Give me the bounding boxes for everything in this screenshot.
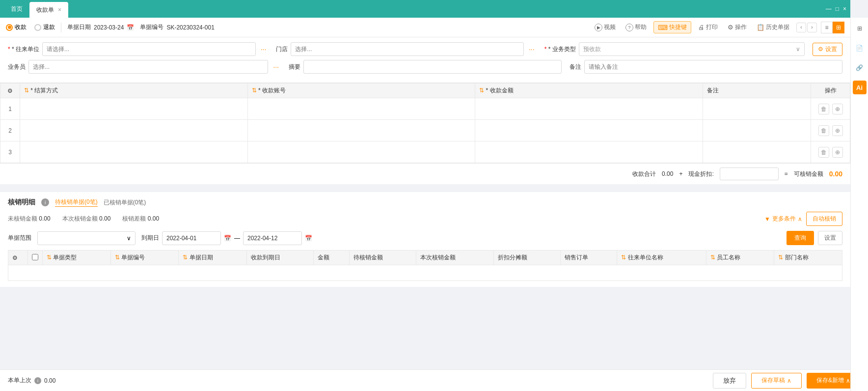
maximize-btn[interactable]: □ xyxy=(836,5,839,12)
nav-prev[interactable]: ‹ xyxy=(796,23,806,32)
footer-buttons: 放弃 保存草稿 ∧ 保存&新增 ∧ xyxy=(713,373,860,389)
tab-current[interactable]: 收款单 × xyxy=(29,2,68,18)
settings-button[interactable]: ⚙ 设置 xyxy=(813,43,842,56)
row-2-delete-icon[interactable]: 🗑 xyxy=(818,125,829,136)
calendar-from-icon[interactable]: 📅 xyxy=(224,235,231,242)
tab-close-icon[interactable]: × xyxy=(58,6,61,13)
col-settings-header[interactable]: ⚙ xyxy=(0,84,20,98)
store-more-btn[interactable]: ··· xyxy=(527,45,537,53)
row-2-copy-icon[interactable]: ⊕ xyxy=(832,125,843,136)
row-1-account[interactable] xyxy=(247,98,475,120)
video-btn[interactable]: ▶ 视频 xyxy=(592,22,619,33)
bottom-table: ⚙ ⇅ 单据类型 ⇅ 单据编号 xyxy=(8,250,842,281)
row-3-settlement[interactable] xyxy=(20,141,248,163)
filter-right-group: ▼ 更多条件 ∧ 自动核销 xyxy=(764,212,842,226)
calendar-icon[interactable]: 📅 xyxy=(127,24,134,31)
auto-verify-btn[interactable]: 自动核销 xyxy=(806,212,842,226)
number-field: 单据编号 SK-20230324-001 xyxy=(140,23,214,31)
history-btn[interactable]: 📋 历史单据 xyxy=(754,22,792,33)
store-input[interactable] xyxy=(291,42,524,56)
row-3-account[interactable] xyxy=(247,141,475,163)
row-3-delete-icon[interactable]: 🗑 xyxy=(818,147,829,158)
col-discount-header: 折扣分摊额 xyxy=(493,251,560,265)
operation-btn[interactable]: ⚙ 操作 xyxy=(725,22,750,33)
done-tab[interactable]: 已核销单据(0笔) xyxy=(104,198,146,207)
minimize-btn[interactable]: — xyxy=(826,5,832,12)
salesperson-more-btn[interactable]: ··· xyxy=(271,63,281,71)
sidebar-icon-2[interactable]: 📄 xyxy=(853,41,867,55)
row-1-settlement[interactable] xyxy=(20,98,248,120)
summary-input[interactable] xyxy=(303,60,562,74)
row-2-remark[interactable] xyxy=(703,120,811,141)
sidebar-icon-1[interactable]: ⊞ xyxy=(853,22,867,35)
business-type-select[interactable]: 预收款 ∨ xyxy=(579,42,805,56)
col-settings-2[interactable]: ⚙ xyxy=(8,251,28,265)
filter-icon: ▼ xyxy=(764,216,770,223)
info-circle-icon[interactable]: i xyxy=(34,377,41,384)
col-sales-order-header: 销售订单 xyxy=(561,251,617,265)
equals-sign: = xyxy=(785,170,788,177)
draft-btn[interactable]: 保存草稿 ∧ xyxy=(751,373,802,389)
bottom-settings-icon: ⚙ xyxy=(12,254,18,261)
row-2-settlement[interactable] xyxy=(20,120,248,141)
col-checkbox[interactable] xyxy=(28,251,43,265)
date-from-input[interactable] xyxy=(162,231,221,245)
help-icon: ? xyxy=(625,24,633,31)
discount-input[interactable] xyxy=(720,168,779,180)
summary-field: 摘要 xyxy=(289,60,562,74)
refund-radio[interactable]: 退款 xyxy=(34,23,55,31)
form-area: * 往来单位 ··· 门店 ··· * 业务类型 预收款 ∨ ⚙ 设置 xyxy=(0,37,850,83)
col-settlement-header: ⇅ * 结算方式 xyxy=(20,84,248,98)
shortcut-btn[interactable]: ⌨ 快捷键 xyxy=(653,21,691,33)
business-type-value: 预收款 xyxy=(583,45,794,54)
current-stat: 本次核销金额 0.00 xyxy=(62,215,111,223)
select-all-checkbox[interactable] xyxy=(32,254,38,260)
date-label: 单据日期 xyxy=(67,23,91,31)
salesperson-input[interactable] xyxy=(28,60,268,74)
salesperson-field: 业务员 ··· xyxy=(8,60,281,74)
grid-view-btn[interactable]: ⊞ xyxy=(833,22,844,33)
row-3-remark[interactable] xyxy=(703,141,811,163)
store-field: 门店 ··· xyxy=(276,42,536,56)
query-btn[interactable]: 查询 xyxy=(787,231,814,245)
sidebar-icon-3[interactable]: 🔗 xyxy=(853,61,867,75)
row-2-amount[interactable] xyxy=(475,120,703,141)
help-btn[interactable]: ? 帮助 xyxy=(623,22,650,33)
counterpart-more-btn[interactable]: ··· xyxy=(259,45,269,53)
row-2-account[interactable] xyxy=(247,120,475,141)
right-sidebar: ⊞ 📄 🔗 Ai xyxy=(850,18,868,391)
row-1-remark[interactable] xyxy=(703,98,811,120)
plus-sign: + xyxy=(679,170,682,177)
verify-info-icon[interactable]: i xyxy=(41,198,49,206)
remark-label: 备注 xyxy=(570,63,581,71)
row-1-amount[interactable] xyxy=(475,98,703,120)
verify-settings-btn[interactable]: 设置 xyxy=(818,231,842,245)
range-select[interactable]: ∨ xyxy=(37,231,136,245)
print-btn[interactable]: 🖨 打印 xyxy=(695,22,721,33)
more-conditions-btn[interactable]: ▼ 更多条件 ∧ xyxy=(764,215,802,223)
nav-arrows: ‹ › xyxy=(796,23,817,32)
receipt-radio[interactable]: 收款 xyxy=(6,23,27,31)
row-3-copy-icon[interactable]: ⊕ xyxy=(832,147,843,158)
tab-home[interactable]: 首页 xyxy=(4,0,29,18)
calendar-to-icon[interactable]: 📅 xyxy=(305,235,312,242)
list-view-btn[interactable]: ≡ xyxy=(821,22,833,33)
counterpart-input[interactable] xyxy=(42,42,256,56)
nav-next[interactable]: › xyxy=(807,23,817,32)
link-icon: 🔗 xyxy=(856,64,863,71)
row-3-amount[interactable] xyxy=(475,141,703,163)
refund-radio-circle xyxy=(34,24,41,31)
row-1-delete-icon[interactable]: 🗑 xyxy=(818,104,829,114)
col-type-header: ⇅ 单据类型 xyxy=(43,251,111,265)
sidebar-icon-ai[interactable]: Ai xyxy=(853,81,867,94)
close-btn[interactable]: × xyxy=(843,5,846,12)
counterpart-field: * 往来单位 ··· xyxy=(8,42,268,56)
remark-input[interactable] xyxy=(584,60,842,74)
range-label-text: 单据范围 xyxy=(8,234,31,242)
row-1-copy-icon[interactable]: ⊕ xyxy=(832,104,843,114)
date-to-input[interactable] xyxy=(243,231,302,245)
abandon-btn[interactable]: 放弃 xyxy=(713,373,746,389)
toolbar-actions: ▶ 视频 ? 帮助 ⌨ 快捷键 🖨 打印 ⚙ 操作 📋 历史单据 xyxy=(592,21,844,33)
pending-tab[interactable]: 待核销单据(0笔) xyxy=(55,198,98,207)
history-icon: 📋 xyxy=(757,24,764,31)
